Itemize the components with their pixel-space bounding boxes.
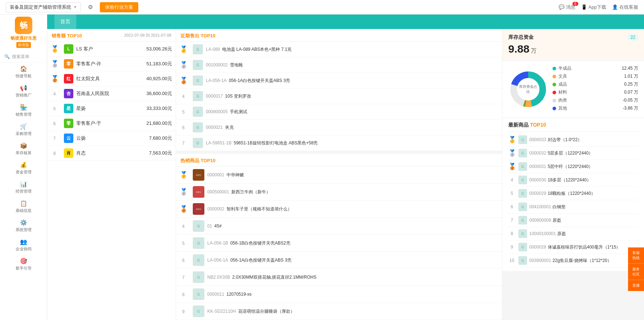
new-product-item: 🥉 G 00000315层中纤（1220*2440） [508, 160, 638, 173]
np-info: 00380000122g鱼豆腐-烧烤味（1*12*20） [529, 258, 638, 264]
hot-product-item: 9 G KK-SD22110H花语萌恒温分腿睡袋（厚款） [176, 303, 502, 320]
rank-medal: 7 [51, 136, 61, 141]
new-product-item: 10 G 00380000122g鱼豆腐-烧烤味（1*12*20） [508, 254, 638, 267]
rank-num: 🥉 [180, 205, 190, 213]
legend-label: 肉类 [558, 97, 614, 103]
legend-label: 其他 [558, 105, 614, 111]
legend-value: 0.07 万 [616, 89, 638, 95]
online-service-button[interactable]: 👤 在线客服 [612, 4, 638, 11]
sidebar-item-operations[interactable]: 📊 经营管理 [0, 178, 47, 197]
customer-name: LS 客户 [76, 46, 146, 52]
customer-amount: 40,925.00元 [146, 75, 172, 82]
sidebar-item-basic-info[interactable]: 📋 基础信息 [0, 197, 47, 216]
trial-button[interactable]: 体验行业方案 [100, 2, 138, 12]
search-icon: 🔍 [4, 54, 10, 59]
hot-product-info: LA-056-1B056-1B白色按键开关壳ABS2壳 [207, 240, 498, 246]
settings-icon[interactable]: ⚙ [85, 2, 95, 12]
np-thumb: G [518, 149, 527, 157]
rank-medal: 🥉 [51, 75, 61, 83]
donut-chart: 库存资金占比 [508, 69, 548, 109]
customer-avatar: 云 [64, 134, 73, 143]
customer-amount: 53,006.26元 [146, 46, 172, 52]
customer-avatar: 杏 [64, 89, 73, 98]
search-menu[interactable]: 🔍 搜索菜单 [0, 52, 47, 62]
logo-name: 畅捷通好生意 [11, 36, 37, 41]
np-rank: 5 [508, 191, 516, 196]
inventory-legend: 半成品 12.45 万 文具 1.01 万 成品 0.25 万 材料 0.07 … [553, 65, 638, 113]
logo-tag: 标准版 [16, 42, 31, 48]
cs-community-button[interactable]: 服务社区 [628, 264, 644, 280]
rank-num: 🥉 [180, 77, 190, 85]
legend-item: 材料 0.07 万 [553, 89, 638, 95]
np-rank: 🥇 [508, 136, 516, 144]
product-info: 0000021夹克 [206, 124, 498, 131]
customer-name: 云扬 [76, 135, 149, 141]
hot-product-item: 8 G 000001112070519-xs [176, 286, 502, 303]
cs-live-button[interactable]: 直播 [628, 280, 644, 291]
hot-product-info: 000001112070519-xs [207, 292, 498, 297]
recent-section-header: 近期售出 TOP10 [176, 29, 502, 42]
rank-medal: 5 [51, 106, 61, 111]
sidebar-item-inventory[interactable]: 📦 库存核算 [0, 139, 47, 159]
rank-num: 6 [180, 258, 190, 263]
hot-products-title: 热销商品 [180, 158, 199, 163]
legend-dot [553, 91, 556, 94]
legend-value: -0.05 万 [616, 97, 638, 103]
customer-amount: 51,183.00元 [146, 61, 172, 67]
sidebar-item-marketing[interactable]: 📢 营销推广 [0, 82, 47, 101]
hot-product-thumb: IMG [193, 203, 204, 215]
inventory-title: 库存总资金 [508, 34, 534, 41]
rank-num: 🥈 [180, 188, 190, 196]
customer-avatar: 星 [64, 104, 73, 113]
sidebar-item-sales[interactable]: 🏪 销售管理 [0, 101, 47, 120]
hot-products-list: 🥇 IMG 0000001中华神赌 🥈 IMG 000500001新西兰牛肉（新… [176, 167, 502, 320]
product-thumb: G [193, 91, 203, 101]
legend-dot [553, 99, 556, 102]
np-thumb: G [518, 202, 527, 211]
sidebar-item-enterprise[interactable]: 👥 企业协同 [0, 235, 47, 255]
product-info: LA-056-1A056-1A白色按键开关盖ABS 3壳 [206, 78, 498, 84]
messages-button[interactable]: 💬 消息 6 [559, 4, 575, 11]
system-selector[interactable]: 装备及固定资产辅助管理系统 ▼ [6, 2, 81, 12]
customer-amount: 33,333.00元 [146, 105, 172, 112]
rank-num: 8 [180, 292, 190, 297]
np-info: 00000325层多层（1220*2440） [529, 150, 638, 156]
hot-product-info: 0145# [207, 223, 498, 229]
sidebar-item-finance[interactable]: 💰 资金管理 [0, 159, 47, 178]
product-info: LA-59651-1B59651-1B旋转投影灯电池盒 ABS黑色+58壳 [206, 140, 498, 146]
sidebar-item-purchase[interactable]: 🛒 采购管理 [0, 120, 47, 139]
legend-value: -3.86 万 [616, 105, 638, 111]
app-download-button[interactable]: 📱 App下载 [581, 4, 606, 11]
nav-home[interactable]: 首页 [54, 15, 76, 29]
customer-amount: 21,680.00元 [146, 120, 172, 127]
sales-icon: 🏪 [20, 104, 27, 111]
purchase-icon: 🛒 [20, 123, 27, 130]
rank-medal: 6 [51, 121, 61, 126]
hot-products-header: 热销商品 TOP10 [176, 154, 502, 167]
new-products-section: 最新商品 TOP10 🥇 G 0000033封边带（1.0*22） 🥈 G 00… [502, 118, 644, 271]
customer-avatar: 红 [64, 74, 73, 83]
legend-item: 文具 1.01 万 [553, 73, 638, 79]
inventory-amount: 9.88 [508, 43, 529, 55]
marketing-icon: 📢 [20, 85, 27, 91]
service-icon: 👤 [612, 4, 618, 10]
new-product-item: 9 G 0000028体诚嘉枝味苏打饮品400毫升（1*15） [508, 241, 638, 254]
sidebar-item-quick-nav[interactable]: 🏠 快捷导航 [0, 62, 47, 82]
np-rank: 8 [508, 231, 516, 236]
inventory-badge: 22 [628, 34, 638, 41]
customer-item: 5 星 星扬 33,333.00元 [47, 101, 176, 116]
cs-hotline-button[interactable]: 客服热线 [628, 247, 644, 264]
donut-container: 库存资金占比 半成品 12.45 万 文具 1.01 万 成品 0.25 万 材… [508, 65, 638, 113]
donut-center-label: 库存资金占比 [518, 84, 538, 94]
customer-item: 4 杏 苍南县人民医院 36,600.00元 [47, 86, 176, 101]
hot-product-item: 7 G NB2.0X30B2.0X30MM双搓花轴,搓花直径2.1MM/ROHS [176, 269, 502, 286]
rank-num: 6 [180, 125, 190, 130]
sidebar-item-system[interactable]: ⚙️ 系统管理 [0, 216, 47, 235]
customer-name: 肖态 [76, 150, 149, 156]
hot-product-info: 0000001中华神赌 [207, 172, 498, 178]
np-info: 00000315层中纤（1220*2440） [529, 164, 638, 170]
customer-name: 零售客户-于 [76, 120, 146, 127]
legend-dot [553, 75, 556, 78]
sidebar-item-guide[interactable]: 🎯 新手引导 [0, 255, 47, 274]
rank-medal: 🥈 [51, 60, 61, 68]
